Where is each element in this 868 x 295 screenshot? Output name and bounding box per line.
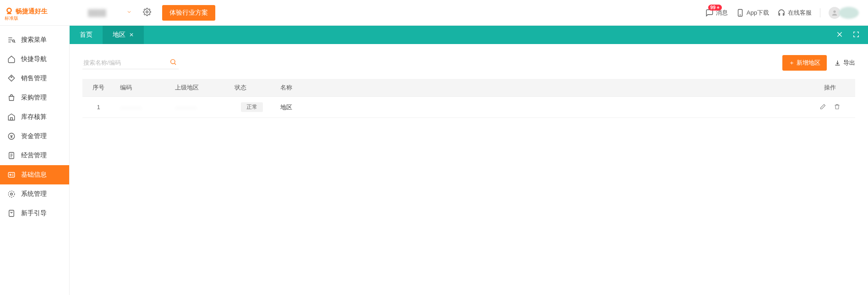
guide-icon: [7, 209, 16, 217]
cell-name: 地区: [275, 97, 805, 118]
tag-icon: [7, 74, 16, 83]
money-icon: [7, 132, 16, 140]
cell-parent: [169, 97, 229, 118]
header-right: 99 + 消息 App下载 在线客服: [705, 7, 859, 19]
online-service-label: 在线客服: [788, 9, 812, 17]
home-icon: [7, 55, 16, 63]
svg-point-20: [8, 191, 15, 197]
messages-badge: 99 +: [708, 5, 722, 11]
table-row: 1 正常 地区: [82, 97, 855, 118]
app-download-label: App下载: [747, 9, 769, 17]
tab-region[interactable]: 地区 ✕: [103, 26, 144, 44]
cell-ops: [805, 97, 855, 118]
col-seq: 序号: [82, 79, 115, 97]
content-area: ＋ 新增地区 导出 序号 编码 上级地区 状态 名称: [70, 44, 868, 129]
messages-button[interactable]: 99 + 消息: [705, 9, 728, 17]
region-table: 序号 编码 上级地区 状态 名称 操作 1 正常 地区: [82, 79, 855, 118]
add-region-button[interactable]: ＋ 新增地区: [782, 55, 827, 71]
sidebar-item-sales[interactable]: 销售管理: [0, 69, 69, 88]
sidebar: 搜索菜单 快捷导航 销售管理 采购管理 库存核算 资金管理 经营管理 基础信息: [0, 26, 70, 295]
warehouse-icon: [7, 113, 16, 121]
sidebar-item-system[interactable]: 系统管理: [0, 184, 69, 204]
top-header: 畅捷通好生 标准版 ████ 体验行业方案 99 + 消息 App下载 在线客服: [0, 0, 868, 26]
cell-code: [115, 97, 169, 118]
avatar-group[interactable]: [829, 7, 859, 19]
sidebar-item-business[interactable]: 经营管理: [0, 146, 69, 165]
col-code: 编码: [115, 79, 169, 97]
sidebar-item-label: 基础信息: [21, 171, 47, 179]
gear-icon[interactable]: [141, 6, 153, 19]
export-label: 导出: [843, 59, 855, 67]
edit-icon[interactable]: [819, 103, 826, 111]
svg-line-26: [175, 63, 176, 65]
svg-point-0: [146, 11, 148, 13]
fullscreen-icon[interactable]: [851, 29, 862, 41]
sidebar-item-funds[interactable]: 资金管理: [0, 127, 69, 146]
card-icon: [7, 171, 16, 179]
logo-icon: [5, 7, 14, 16]
sidebar-item-label: 采购管理: [21, 94, 47, 102]
export-icon: [834, 60, 841, 67]
edition-label: 标准版: [5, 15, 18, 22]
chevron-down-icon[interactable]: [125, 7, 134, 18]
industry-plan-button[interactable]: 体验行业方案: [162, 5, 215, 21]
svg-rect-1: [738, 9, 742, 16]
sidebar-item-label: 经营管理: [21, 151, 47, 160]
search-wrap: [82, 56, 179, 69]
online-service-button[interactable]: 在线客服: [777, 9, 812, 17]
tab-bar: 首页 地区 ✕: [70, 26, 868, 44]
sidebar-item-purchase[interactable]: 采购管理: [0, 88, 69, 107]
company-selector: ████: [74, 6, 153, 19]
tab-home[interactable]: 首页: [70, 26, 103, 44]
svg-point-21: [11, 193, 13, 195]
bag-icon: [7, 94, 16, 102]
col-parent: 上级地区: [169, 79, 229, 97]
close-icon[interactable]: ✕: [129, 32, 134, 38]
app-download-button[interactable]: App下载: [736, 9, 769, 17]
svg-point-25: [171, 60, 175, 64]
delete-icon[interactable]: [834, 103, 841, 111]
headset-icon: [777, 9, 786, 17]
col-name: 名称: [275, 79, 805, 97]
svg-rect-16: [8, 173, 15, 178]
svg-line-8: [14, 42, 15, 43]
sidebar-item-quicknav[interactable]: 快捷导航: [0, 50, 69, 69]
cell-status: 正常: [229, 97, 275, 118]
status-badge: 正常: [241, 102, 263, 112]
plus-icon: ＋: [789, 59, 795, 67]
sidebar-item-basicinfo[interactable]: 基础信息: [0, 165, 69, 184]
sidebar-item-label: 新手引导: [21, 209, 47, 217]
svg-point-17: [10, 174, 11, 176]
divider: [820, 8, 820, 17]
sidebar-item-label: 库存核算: [21, 113, 47, 121]
sidebar-item-label: 搜索菜单: [21, 36, 47, 44]
system-icon: [7, 190, 16, 198]
main-area: 首页 地区 ✕: [70, 26, 868, 295]
logo-text: 畅捷通好生: [16, 7, 48, 16]
sidebar-item-label: 资金管理: [21, 132, 47, 140]
svg-point-9: [11, 77, 12, 78]
close-all-icon[interactable]: [834, 29, 845, 41]
svg-point-7: [12, 40, 15, 42]
company-name: ████: [74, 8, 120, 17]
avatar-blurred: [839, 7, 859, 19]
search-input[interactable]: [82, 56, 179, 69]
tab-label: 首页: [80, 31, 93, 39]
search-icon[interactable]: [169, 58, 177, 67]
col-status: 状态: [229, 79, 275, 97]
add-region-label: 新增地区: [797, 59, 820, 67]
sidebar-item-guide[interactable]: 新手引导: [0, 204, 69, 223]
toolbar: ＋ 新增地区 导出: [82, 55, 855, 71]
export-button[interactable]: 导出: [834, 59, 855, 67]
col-ops: 操作: [805, 79, 855, 97]
sidebar-item-label: 快捷导航: [21, 55, 47, 63]
svg-rect-10: [11, 118, 13, 120]
sidebar-item-search-menu[interactable]: 搜索菜单: [0, 30, 69, 50]
phone-icon: [736, 9, 744, 17]
cell-seq: 1: [82, 97, 115, 118]
sidebar-item-label: 系统管理: [21, 190, 47, 198]
search-menu-icon: [7, 36, 16, 44]
sidebar-item-inventory[interactable]: 库存核算: [0, 107, 69, 127]
clipboard-icon: [7, 151, 16, 160]
svg-point-3: [833, 10, 835, 12]
